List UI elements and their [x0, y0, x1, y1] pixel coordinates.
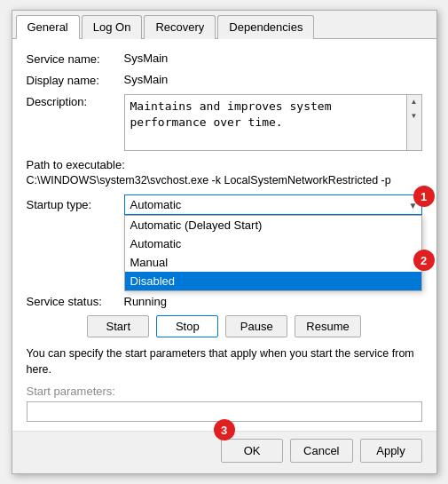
- scroll-down-btn[interactable]: ▼: [407, 109, 421, 123]
- tabs-bar: General Log On Recovery Dependencies: [12, 11, 436, 39]
- resume-button[interactable]: Resume: [295, 315, 360, 337]
- description-textarea[interactable]: Maintains and improves system performanc…: [124, 94, 407, 152]
- description-wrapper: Maintains and improves system performanc…: [124, 94, 422, 152]
- dialog-footer: 3 OK Cancel Apply: [12, 431, 436, 473]
- dropdown-item-auto[interactable]: Automatic: [125, 234, 421, 253]
- display-name-row: Display name: SysMain: [27, 73, 422, 87]
- service-name-row: Service name: SysMain: [27, 52, 422, 66]
- apply-button[interactable]: Apply: [360, 439, 422, 463]
- cancel-button[interactable]: Cancel: [290, 439, 352, 463]
- description-label: Description:: [27, 94, 124, 108]
- service-status-row: Service status: Running: [27, 295, 422, 308]
- startup-dropdown-container: Automatic ▼ 1 Automatic (Delayed Start) …: [124, 194, 422, 215]
- startup-dropdown-btn[interactable]: Automatic ▼: [124, 194, 422, 215]
- startup-selected-value: Automatic: [130, 198, 182, 211]
- annotation-badge-3: 3: [214, 419, 235, 440]
- stop-button[interactable]: Stop: [156, 315, 218, 337]
- description-scrollbar: ▲ ▼: [407, 94, 422, 152]
- description-row: Description: Maintains and improves syst…: [27, 94, 422, 152]
- path-section: Path to executable: C:\WINDOWS\system32\…: [27, 158, 422, 187]
- dropdown-item-auto-delayed[interactable]: Automatic (Delayed Start): [125, 216, 421, 234]
- service-name-label: Service name:: [27, 52, 124, 66]
- tab-general-content: Service name: SysMain Display name: SysM…: [12, 39, 436, 432]
- tab-general[interactable]: General: [16, 15, 80, 39]
- startup-type-row: Startup type: Automatic ▼ 1 Automatic (D…: [27, 194, 422, 215]
- display-name-label: Display name:: [27, 73, 124, 87]
- tab-dependencies[interactable]: Dependencies: [217, 15, 314, 39]
- start-button[interactable]: Start: [87, 315, 149, 337]
- service-status-label: Service status:: [27, 295, 124, 308]
- dropdown-item-disabled[interactable]: Disabled: [125, 272, 421, 290]
- service-control-buttons: Start Stop Pause Resume: [27, 315, 422, 337]
- annotation-badge-1: 1: [413, 186, 435, 207]
- startup-dropdown-list: Automatic (Delayed Start) Automatic Manu…: [124, 215, 422, 291]
- path-value: C:\WINDOWS\system32\svchost.exe -k Local…: [27, 173, 422, 187]
- annotation-badge-2: 2: [413, 250, 435, 271]
- info-text: You can specify the start parameters tha…: [27, 346, 422, 377]
- service-properties-dialog: General Log On Recovery Dependencies Ser…: [12, 10, 437, 475]
- startup-type-label: Startup type:: [27, 198, 124, 211]
- pause-button[interactable]: Pause: [225, 315, 287, 337]
- scroll-up-btn[interactable]: ▲: [407, 95, 421, 109]
- ok-button[interactable]: OK: [221, 439, 283, 463]
- tab-recovery[interactable]: Recovery: [144, 15, 216, 39]
- path-label: Path to executable:: [27, 158, 422, 171]
- annotation-badge-2-wrapper: 2: [413, 250, 435, 271]
- start-params-label: Start parameters:: [27, 385, 422, 398]
- display-name-value: SysMain: [124, 73, 422, 86]
- service-name-value: SysMain: [124, 52, 422, 65]
- tab-logon[interactable]: Log On: [82, 15, 143, 39]
- service-status-value: Running: [124, 295, 167, 308]
- dropdown-item-manual[interactable]: Manual: [125, 253, 421, 272]
